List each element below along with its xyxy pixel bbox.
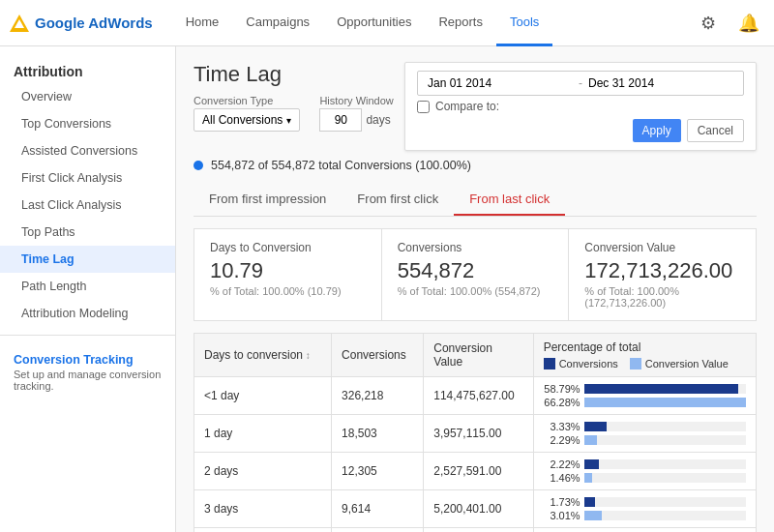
bar-container: 3.33% 2.29%	[544, 421, 746, 446]
bar-row-conv: 2.22%	[544, 458, 746, 470]
th-legend: Percentage of total Conversions Conversi…	[544, 340, 746, 369]
cell-days: 3 days	[194, 490, 332, 528]
sidebar-item-path-length[interactable]: Path Length	[0, 273, 175, 300]
val-pct: 3.01%	[544, 510, 580, 521]
stat-conversion-value: Conversion Value 172,713,226.00 % of Tot…	[569, 228, 757, 321]
legend: Conversions Conversion Value	[544, 358, 746, 369]
sidebar: Attribution Overview Top Conversions Ass…	[0, 46, 176, 532]
stat-title-2: Conversion Value	[584, 241, 740, 254]
compare-checkbox[interactable]	[417, 101, 430, 113]
sidebar-item-first-click[interactable]: First Click Analysis	[0, 164, 175, 192]
bar-fill-val	[584, 473, 592, 483]
bar-fill-conv	[584, 422, 607, 431]
cell-bars: 2.22% 1.46%	[533, 453, 756, 490]
apply-button[interactable]: Apply	[633, 119, 681, 142]
sidebar-item-time-lag[interactable]: Time Lag	[0, 246, 175, 273]
cell-bars: 3.33% 2.29%	[533, 415, 756, 453]
bar-track-val	[584, 398, 746, 407]
main: Attribution Overview Top Conversions Ass…	[0, 46, 774, 532]
sidebar-conversion-tracking[interactable]: Conversion Tracking Set up and manage co…	[0, 343, 175, 401]
cancel-button[interactable]: Cancel	[687, 119, 744, 142]
cell-days: 4 days	[194, 528, 332, 533]
stat-subtitle-0: % of Total: 100.00% (10.79)	[210, 285, 366, 297]
conversion-type-select[interactable]: All Conversions	[194, 108, 300, 132]
legend-val-box	[630, 358, 641, 369]
bar-fill-val	[584, 398, 746, 407]
sidebar-item-top-paths[interactable]: Top Paths	[0, 219, 175, 246]
sidebar-item-overview[interactable]: Overview	[0, 83, 175, 110]
val-pct: 2.29%	[544, 434, 580, 446]
col-header-conversions: Conversions	[332, 334, 424, 377]
bar-container: 2.22% 1.46%	[544, 458, 746, 484]
history-window-unit: days	[366, 113, 390, 127]
conv-pct: 58.79%	[544, 383, 580, 395]
bar-fill-conv	[584, 459, 599, 469]
cell-value: 2,527,591.00	[424, 453, 533, 490]
table-row: <1 day326,218114,475,627.00 58.79% 66.28…	[194, 377, 757, 415]
settings-icon[interactable]: ⚙	[693, 8, 724, 39]
bar-row-val: 2.29%	[544, 434, 746, 446]
stat-days-to-conversion: Days to Conversion 10.79 % of Total: 100…	[194, 228, 382, 321]
tab-first-click[interactable]: From first click	[342, 184, 454, 216]
history-window-input[interactable]	[319, 108, 362, 132]
conversion-type-group: Conversion Type All Conversions	[194, 95, 300, 132]
cell-bars: 58.79% 66.28%	[533, 377, 756, 415]
bar-track-conv	[584, 384, 746, 394]
col-header-days[interactable]: Days to conversion	[194, 334, 332, 377]
logo-icon	[10, 15, 29, 32]
bar-fill-conv	[584, 384, 738, 394]
bar-track-conv	[584, 422, 746, 431]
cell-days: <1 day	[194, 377, 332, 415]
conversion-tracking-title[interactable]: Conversion Tracking	[14, 353, 162, 367]
stat-title-0: Days to Conversion	[210, 241, 366, 254]
date-end-input[interactable]	[588, 76, 733, 90]
stats-row: Days to Conversion 10.79 % of Total: 100…	[194, 228, 757, 321]
bar-fill-conv	[584, 497, 596, 507]
nav-icons: ⚙ 🔔	[693, 8, 764, 39]
cell-value: 114,475,627.00	[424, 377, 533, 415]
logo: Google AdWords	[10, 15, 153, 32]
bar-track-conv	[584, 459, 746, 469]
stat-title-1: Conversions	[398, 241, 553, 254]
table-row: 1 day18,5033,957,115.00 3.33% 2.29%	[194, 415, 757, 453]
date-widget: - Compare to: Apply Cancel	[404, 62, 757, 151]
cell-bars: 1.49% 0.97%	[533, 528, 756, 533]
nav-tools[interactable]: Tools	[496, 0, 552, 46]
sidebar-item-assisted-conversions[interactable]: Assisted Conversions	[0, 137, 175, 164]
controls-row: Conversion Type All Conversions History …	[194, 95, 394, 132]
info-text: 554,872 of 554,872 total Conversions (10…	[211, 159, 471, 172]
nav-home[interactable]: Home	[172, 0, 233, 46]
date-start-input[interactable]	[428, 76, 573, 90]
conversion-tracking-subtitle: Set up and manage conversion tracking.	[14, 369, 162, 392]
cell-conversions: 18,503	[332, 415, 424, 453]
bar-fill-val	[584, 511, 602, 520]
sidebar-item-attribution-modeling[interactable]: Attribution Modeling	[0, 300, 175, 327]
nav-opportunities[interactable]: Opportunities	[323, 0, 425, 46]
compare-label: Compare to:	[435, 100, 499, 113]
nav-items: Home Campaigns Opportunities Reports Too…	[172, 0, 693, 46]
cell-conversions: 8,286	[332, 528, 424, 533]
info-dot	[194, 161, 203, 170]
nav-campaigns[interactable]: Campaigns	[232, 0, 323, 46]
stat-value-2: 172,713,226.00	[584, 258, 740, 283]
table-row: 2 days12,3052,527,591.00 2.22% 1.46%	[194, 453, 757, 490]
sidebar-item-top-conversions[interactable]: Top Conversions	[0, 110, 175, 137]
cell-bars: 1.73% 3.01%	[533, 490, 756, 528]
nav-reports[interactable]: Reports	[425, 0, 496, 46]
notifications-icon[interactable]: 🔔	[733, 8, 764, 39]
col-header-value: ConversionValue	[424, 334, 533, 377]
cell-days: 1 day	[194, 415, 332, 453]
bar-row-val: 3.01%	[544, 510, 746, 521]
bar-track-conv	[584, 497, 746, 507]
cell-value: 5,200,401.00	[424, 490, 533, 528]
legend-conversions: Conversions	[544, 358, 618, 369]
tab-last-click[interactable]: From last click	[454, 184, 565, 216]
history-window-inputs: days	[319, 108, 393, 132]
stat-subtitle-2: % of Total: 100.00% (172,713,226.00)	[584, 285, 740, 309]
tab-first-impression[interactable]: From first impression	[194, 184, 342, 216]
bar-track-val	[584, 511, 746, 520]
stat-subtitle-1: % of Total: 100.00% (554,872)	[398, 285, 553, 297]
col-header-pct: Percentage of total Conversions Conversi…	[533, 334, 756, 377]
table-row: 4 days8,2861,666,734.00 1.49% 0.97%	[194, 528, 757, 533]
sidebar-item-last-click[interactable]: Last Click Analysis	[0, 192, 175, 219]
